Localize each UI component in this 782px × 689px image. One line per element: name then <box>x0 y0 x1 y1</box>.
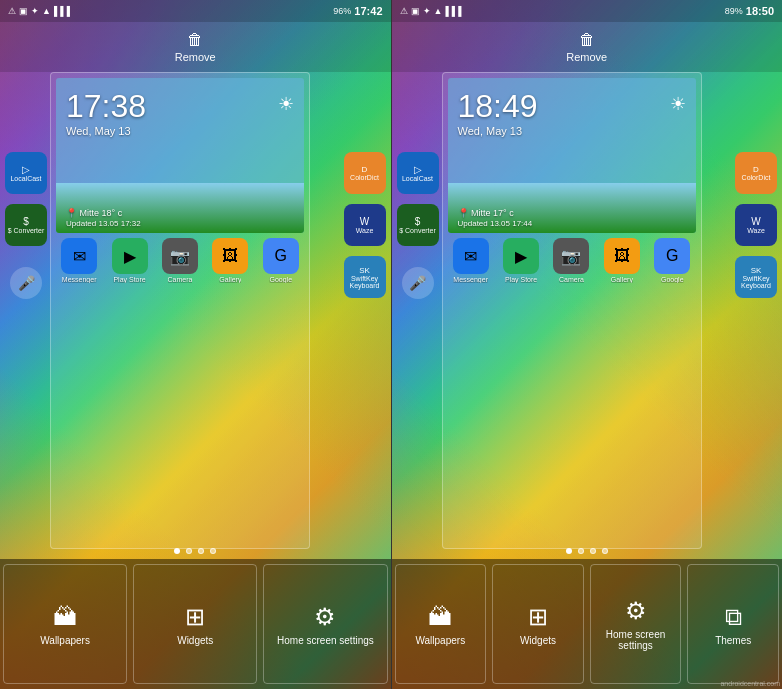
list-item[interactable]: 📷 Camera <box>156 238 204 283</box>
home-screen-settings-button-2[interactable]: ⚙ Home screen settings <box>590 564 682 684</box>
app-label: LocalCast <box>402 175 433 182</box>
wallpaper-icon: 🏔 <box>53 603 77 631</box>
app-label: $ Converter <box>8 227 45 234</box>
themes-label-2: Themes <box>715 635 751 646</box>
screen-area-2: 🎤 ▷ LocalCast $ $ Converter 18:49 Wed, M… <box>392 72 783 559</box>
messenger-icon-2: ✉ <box>453 238 489 274</box>
wifi-icon-2: ▲ <box>434 6 443 16</box>
widget-date-1: Wed, May 13 <box>56 125 304 137</box>
clock-widget-2: 18:49 Wed, May 13 ☀ 📍 Mitte 17° c Update… <box>448 78 696 233</box>
waze-icon-2: W <box>751 216 760 227</box>
list-item[interactable]: D ColorDict <box>344 152 386 194</box>
app-label: Google <box>661 276 684 283</box>
widget-date-2: Wed, May 13 <box>448 125 696 137</box>
dot <box>210 548 216 554</box>
location-pin-icon: 📍 <box>66 208 77 218</box>
signal-icon-1: ▌▌▌ <box>54 6 73 16</box>
list-item[interactable]: ▷ LocalCast <box>397 152 439 194</box>
camera-icon-2: 📷 <box>553 238 589 274</box>
converter-icon-2: $ <box>415 216 421 227</box>
widget-time-1: 17:38 <box>56 78 304 125</box>
page-dots-1 <box>0 548 391 554</box>
playstore-icon: ▶ <box>112 238 148 274</box>
mic-button-2[interactable]: 🎤 <box>402 267 434 299</box>
status-left-2: ⚠ ▣ ✦ ▲ ▌▌▌ <box>400 6 465 16</box>
app-label: Waze <box>747 227 765 234</box>
list-item[interactable]: G Google <box>257 238 305 283</box>
list-item[interactable]: G Google <box>648 238 696 283</box>
app-label: ColorDict <box>742 174 771 181</box>
list-item[interactable]: ▶ Play Store <box>497 238 545 283</box>
wallpapers-button-1[interactable]: 🏔 Wallpapers <box>3 564 127 684</box>
app-label: ColorDict <box>350 174 379 181</box>
screen-area-1: 🎤 ▷ LocalCast $ $ Converter 17:38 Wed, M… <box>0 72 391 559</box>
notification-icon-2: ▣ <box>411 6 420 16</box>
app-label: LocalCast <box>10 175 41 182</box>
location-pin-icon-2: 📍 <box>458 208 469 218</box>
remove-area-2[interactable]: 🗑 Remove <box>392 22 783 72</box>
app-label: Camera <box>559 276 584 283</box>
app-label: Gallery <box>219 276 241 283</box>
bluetooth-icon-1: ✦ <box>31 6 39 16</box>
themes-button-2[interactable]: ⧉ Themes <box>687 564 779 684</box>
messenger-icon: ✉ <box>61 238 97 274</box>
widgets-icon: ⊞ <box>185 603 205 631</box>
signal-icon-2: ▌▌▌ <box>445 6 464 16</box>
camera-icon: 📷 <box>162 238 198 274</box>
phone-panel-2: ⚠ ▣ ✦ ▲ ▌▌▌ 89% 18:50 🗑 Remove 🎤 ▷ Local… <box>392 0 783 689</box>
widgets-label-2: Widgets <box>520 635 556 646</box>
status-bar-2: ⚠ ▣ ✦ ▲ ▌▌▌ 89% 18:50 <box>392 0 783 22</box>
bottom-options-1: 🏔 Wallpapers ⊞ Widgets ⚙ Home screen set… <box>0 559 391 689</box>
list-item[interactable]: $ $ Converter <box>397 204 439 246</box>
list-item[interactable]: 📷 Camera <box>547 238 595 283</box>
clock-widget-1: 17:38 Wed, May 13 ☀ 📍 Mitte 18° c Update… <box>56 78 304 233</box>
trash-icon-2: 🗑 <box>579 31 595 49</box>
side-apps-right-2: D ColorDict W Waze SK SwiftKey Keyboard <box>735 152 777 298</box>
remove-area-1[interactable]: 🗑 Remove <box>0 22 391 72</box>
list-item[interactable]: W Waze <box>344 204 386 246</box>
list-item[interactable]: ✉ Messenger <box>447 238 495 283</box>
home-screen-settings-button-1[interactable]: ⚙ Home screen settings <box>263 564 387 684</box>
converter-icon: $ <box>23 216 29 227</box>
google-icon: G <box>263 238 299 274</box>
list-item[interactable]: D ColorDict <box>735 152 777 194</box>
mic-button-1[interactable]: 🎤 <box>10 267 42 299</box>
remove-label-1: Remove <box>175 51 216 63</box>
widget-weather-1: 📍 Mitte 18° c Updated 13.05 17:32 <box>66 208 141 228</box>
wallpapers-button-2[interactable]: 🏔 Wallpapers <box>395 564 487 684</box>
list-item[interactable]: 🖼 Gallery <box>206 238 254 283</box>
themes-icon-2: ⧉ <box>725 603 742 631</box>
settings-icon: ⚙ <box>314 603 336 631</box>
app-label: Camera <box>168 276 193 283</box>
bottom-options-2: 🏔 Wallpapers ⊞ Widgets ⚙ Home screen set… <box>392 559 783 689</box>
localcast-icon: ▷ <box>22 164 30 175</box>
battery-2: 89% <box>725 6 743 16</box>
app-label: Messenger <box>453 276 488 283</box>
bottom-bar-1: 🏔 Wallpapers ⊞ Widgets ⚙ Home screen set… <box>0 559 391 689</box>
app-label: SwiftKey Keyboard <box>344 275 386 289</box>
settings-icon-2: ⚙ <box>625 597 647 625</box>
side-apps-right-1: D ColorDict W Waze SK SwiftKey Keyboard <box>344 152 386 298</box>
list-item[interactable]: ▶ Play Store <box>106 238 154 283</box>
list-item[interactable]: ▷ LocalCast <box>5 152 47 194</box>
swiftkey-icon: SK <box>359 266 370 275</box>
dot-active <box>174 548 180 554</box>
list-item[interactable]: SK SwiftKey Keyboard <box>344 256 386 298</box>
list-item[interactable]: 🖼 Gallery <box>598 238 646 283</box>
widgets-button-1[interactable]: ⊞ Widgets <box>133 564 257 684</box>
phone-panel-1: ⚠ ▣ ✦ ▲ ▌▌▌ 96% 17:42 🗑 Remove 🎤 ▷ Local… <box>0 0 391 689</box>
app-label: Messenger <box>62 276 97 283</box>
list-item[interactable]: W Waze <box>735 204 777 246</box>
localcast-icon-2: ▷ <box>414 164 422 175</box>
warning-icon-1: ⚠ <box>8 6 16 16</box>
dot-active-2 <box>566 548 572 554</box>
widgets-icon-2: ⊞ <box>528 603 548 631</box>
list-item[interactable]: SK SwiftKey Keyboard <box>735 256 777 298</box>
sun-icon-1: ☀ <box>278 93 294 115</box>
widgets-button-2[interactable]: ⊞ Widgets <box>492 564 584 684</box>
list-item[interactable]: $ $ Converter <box>5 204 47 246</box>
gallery-icon: 🖼 <box>212 238 248 274</box>
waze-icon: W <box>360 216 369 227</box>
clock-1: 17:42 <box>354 5 382 17</box>
list-item[interactable]: ✉ Messenger <box>55 238 103 283</box>
